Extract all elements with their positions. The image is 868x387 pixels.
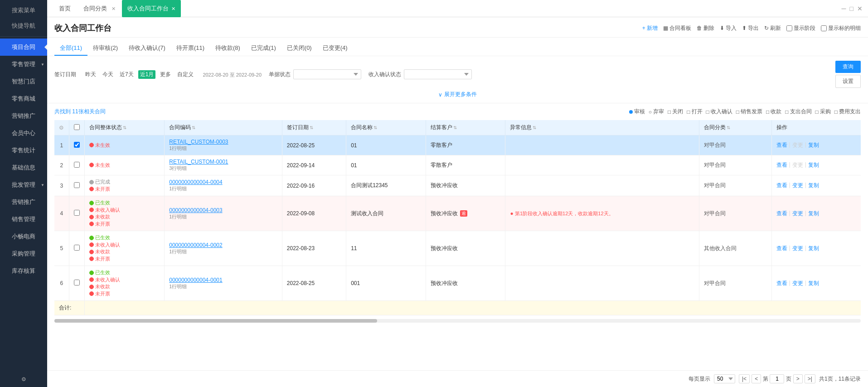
row-select-checkbox[interactable] — [74, 245, 80, 251]
op-copy[interactable]: 复制 — [808, 280, 819, 287]
op-change[interactable]: 变更 — [792, 245, 803, 252]
sidebar-item-retail-mgmt[interactable]: 零售管理 — [0, 56, 47, 73]
row-select-checkbox[interactable] — [74, 182, 80, 188]
date-opt-more[interactable]: 更多 — [158, 70, 173, 79]
scrollbar-thumb[interactable] — [54, 319, 377, 323]
action-close[interactable]: □ 关闭 — [668, 107, 683, 116]
page-first-btn[interactable]: |< — [739, 374, 750, 383]
doc-status-select[interactable] — [293, 69, 361, 79]
action-open[interactable]: □ 打开 — [687, 107, 702, 116]
filter-tab-pending-payment[interactable]: 待收款(8) — [210, 41, 246, 56]
query-button[interactable]: 查询 — [835, 61, 861, 73]
sidebar-item-purchase[interactable]: 采购管理 — [0, 245, 47, 262]
op-change[interactable]: 变更 — [792, 182, 803, 189]
op-view[interactable]: 查看 — [776, 245, 787, 252]
minimize-btn[interactable]: ─ — [842, 5, 846, 12]
sidebar-item-retail-mall[interactable]: 零售商城 — [0, 90, 47, 107]
income-confirm-select[interactable] — [404, 69, 472, 79]
sidebar-nav[interactable]: 快捷导航 — [0, 19, 47, 33]
sidebar-item-smart-store[interactable]: 智慧门店 — [0, 73, 47, 90]
row-select-checkbox[interactable] — [74, 210, 80, 216]
action-payment[interactable]: □ 收款 — [766, 107, 781, 116]
show-label-checkbox[interactable] — [821, 25, 827, 31]
contract-link[interactable]: 0000000000004-0003 — [169, 207, 222, 213]
action-sales-invoice[interactable]: □ 销售发票 — [736, 107, 762, 116]
sidebar-item-batch-mgmt[interactable]: 批发管理 — [0, 176, 47, 194]
filter-tab-closed[interactable]: 已关闭(0) — [281, 41, 317, 56]
date-opt-last1month[interactable]: 近1月 — [138, 70, 156, 79]
filter-tab-pending-income[interactable]: 待收入确认(7) — [123, 41, 171, 56]
filter-tab-changed[interactable]: 已变更(4) — [317, 41, 353, 56]
contract-link[interactable]: RETAIL_CUSTOM-0001 — [169, 159, 228, 165]
select-all-checkbox[interactable] — [74, 124, 80, 130]
sidebar-item-project[interactable]: 项目合同 — [0, 39, 47, 56]
date-opt-yesterday[interactable]: 昨天 — [83, 70, 98, 79]
op-view[interactable]: 查看 — [776, 210, 787, 218]
page-last-btn[interactable]: >| — [805, 374, 815, 383]
sidebar-item-marketing[interactable]: 营销推广 — [0, 107, 47, 125]
contract-link[interactable]: 0000000000004-0002 — [169, 242, 222, 248]
export-button[interactable]: ⬆ 导出 — [742, 24, 759, 32]
sidebar-item-basic-info[interactable]: 基础信息 — [0, 159, 47, 176]
filter-tab-all[interactable]: 全部(11) — [54, 41, 87, 56]
op-change[interactable]: 变更 — [792, 210, 803, 218]
op-copy[interactable]: 复制 — [808, 245, 819, 252]
contract-board-button[interactable]: ▦ 合同看板 — [663, 24, 691, 32]
action-abandon[interactable]: ○ 弃审 — [649, 107, 664, 116]
op-copy[interactable]: 复制 — [808, 161, 819, 169]
row-select-checkbox[interactable] — [74, 142, 80, 148]
op-change[interactable]: 变更 — [792, 161, 803, 169]
tab-contract-category[interactable]: 合同分类 ✕ — [77, 0, 122, 17]
row-select-checkbox[interactable] — [74, 280, 80, 285]
new-button[interactable]: + 新增 — [642, 24, 658, 32]
op-change[interactable]: 变更 — [792, 141, 803, 149]
op-view[interactable]: 查看 — [776, 280, 787, 287]
contract-link[interactable]: 0000000000004-0001 — [169, 277, 222, 283]
tab-home[interactable]: 首页 — [53, 0, 77, 17]
expand-conditions-btn[interactable]: ∨ 展开更多条件 — [54, 91, 861, 98]
horizontal-scrollbar[interactable] — [54, 319, 861, 323]
page-input[interactable] — [770, 374, 784, 383]
show-fields-checkbox[interactable] — [786, 25, 792, 31]
action-outgoing-contract[interactable]: □ 支出合同 — [785, 107, 811, 116]
date-opt-custom[interactable]: 自定义 — [175, 70, 195, 79]
row-select-checkbox[interactable] — [74, 162, 80, 168]
op-view[interactable]: 查看 — [776, 141, 787, 149]
sidebar-item-xiaochang[interactable]: 小畅电商 — [0, 228, 47, 245]
close-btn-window[interactable]: ✕ — [857, 5, 863, 12]
op-copy[interactable]: 复制 — [808, 210, 819, 218]
sidebar-settings[interactable]: ⚙ — [0, 372, 47, 387]
op-view[interactable]: 查看 — [776, 182, 787, 189]
tab-income-workbench[interactable]: 收入合同工作台 ✕ — [122, 0, 181, 17]
refresh-button[interactable]: ↻ 刷新 — [764, 24, 781, 32]
tab-contract-category-close[interactable]: ✕ — [112, 6, 116, 11]
contract-link[interactable]: 0000000000004-0004 — [169, 179, 222, 185]
filter-tab-completed[interactable]: 已完成(1) — [246, 41, 281, 56]
date-opt-last7[interactable]: 近7天 — [118, 70, 136, 79]
maximize-btn[interactable]: □ — [850, 5, 853, 12]
sidebar-item-retail-stats[interactable]: 零售统计 — [0, 142, 47, 159]
page-size-select[interactable]: 20 50 100 — [714, 374, 735, 383]
action-purchase[interactable]: □ 采购 — [815, 107, 831, 116]
settings-icon[interactable]: ⚙ — [59, 125, 64, 131]
op-copy[interactable]: 复制 — [808, 182, 819, 189]
sidebar-item-member[interactable]: 会员中心 — [0, 125, 47, 142]
date-opt-today[interactable]: 今天 — [101, 70, 115, 79]
op-view[interactable]: 查看 — [776, 161, 787, 169]
sidebar-item-sales-mgmt[interactable]: 销售管理 — [0, 211, 47, 228]
sidebar-item-marketing2[interactable]: 营销推广 — [0, 194, 47, 211]
set-button[interactable]: 设置 — [835, 75, 861, 88]
filter-tab-pending-invoice[interactable]: 待开票(11) — [171, 41, 210, 56]
filter-tab-pending-review[interactable]: 待审核(2) — [87, 41, 123, 56]
op-copy[interactable]: 复制 — [808, 141, 819, 149]
tab-income-workbench-close[interactable]: ✕ — [171, 0, 175, 17]
col-settings[interactable]: ⚙ — [54, 120, 69, 135]
action-review[interactable]: 审核 — [629, 107, 645, 116]
delete-button[interactable]: 🗑 删除 — [697, 24, 714, 32]
sidebar-item-inventory[interactable]: 库存核算 — [0, 262, 47, 280]
action-income-confirm[interactable]: □ 收入确认 — [706, 107, 732, 116]
contract-link[interactable]: RETAIL_CUSTOM-0003 — [169, 139, 228, 145]
action-expense-out[interactable]: □ 费用支出 — [834, 107, 861, 116]
sidebar-search[interactable]: 搜索菜单 — [0, 0, 47, 19]
page-next-btn[interactable]: > — [793, 374, 803, 383]
